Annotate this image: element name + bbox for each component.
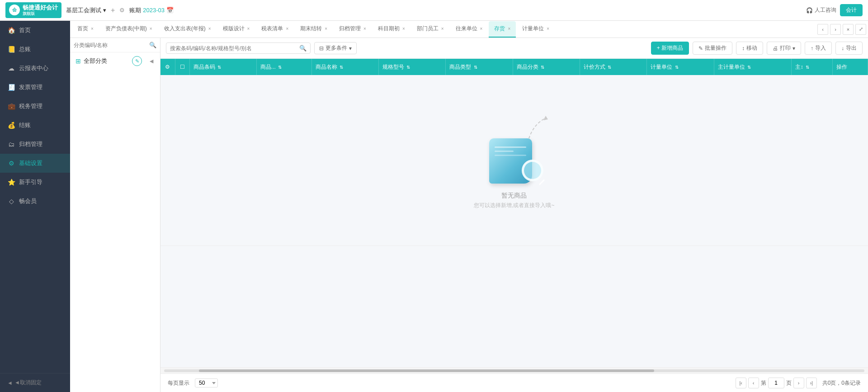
tab-close-income[interactable]: × — [208, 26, 211, 31]
tab-prev-btn[interactable]: ‹ — [817, 24, 828, 35]
col-name[interactable]: 商品名称 ⇅ — [311, 59, 378, 75]
category-all-checkbox[interactable]: ⊞ — [75, 57, 81, 65]
tab-close-template[interactable]: × — [247, 26, 250, 31]
category-edit-btn[interactable]: ✎ — [132, 56, 142, 66]
company-dropdown-icon[interactable]: ▾ — [103, 7, 106, 14]
close-account-icon: 💰 — [7, 122, 15, 129]
sort-type-icon[interactable]: ⇅ — [474, 65, 477, 70]
col-actions-label: 操作 — [836, 64, 847, 70]
company-selector[interactable]: 基层工会测试 ▾ — [66, 6, 106, 14]
role-button[interactable]: 会计 — [840, 4, 863, 16]
next-page-btn[interactable]: › — [793, 378, 804, 388]
tab-close-dept[interactable]: × — [441, 26, 444, 31]
batch-op-btn[interactable]: ✎ 批量操作 — [693, 42, 732, 55]
settings-icon[interactable]: ⚙ — [119, 7, 125, 14]
filter-more-btn[interactable]: ⊟ 更多条件 ▾ — [314, 42, 357, 54]
sort-category-icon[interactable]: ⇅ — [541, 65, 544, 70]
col-misc[interactable]: 主↕ ⇅ — [791, 59, 833, 75]
first-page-btn[interactable]: |‹ — [736, 378, 746, 388]
move-btn[interactable]: ↕ 移动 — [736, 42, 763, 55]
import-btn[interactable]: ↑ 导入 — [805, 42, 832, 55]
tab-dept[interactable]: 部门员工 × — [411, 21, 449, 38]
print-btn[interactable]: 🖨 打印 ▾ — [767, 42, 801, 55]
sort-price-icon[interactable]: ⇅ — [608, 65, 611, 70]
sidebar-item-tax[interactable]: 💼 税务管理 — [0, 97, 70, 116]
category-search-icon[interactable]: 🔍 — [149, 42, 156, 48]
sort-code-icon[interactable]: ⇅ — [278, 65, 282, 70]
tab-contacts[interactable]: 往来单位 × — [450, 21, 488, 38]
main-search-icon[interactable]: 🔍 — [299, 45, 307, 52]
period-info: 账期 2023-03 📅 — [129, 6, 174, 14]
tab-close-tax[interactable]: × — [286, 26, 288, 31]
tab-close-subject[interactable]: × — [402, 26, 405, 31]
tab-archive[interactable]: 归档管理 × — [334, 21, 372, 38]
calendar-icon[interactable]: 📅 — [166, 7, 174, 14]
sidebar-item-ledger[interactable]: 📒 总账 — [0, 40, 70, 59]
sidebar-item-close[interactable]: 💰 结账 — [0, 116, 70, 135]
tab-subject[interactable]: 科目期初 × — [373, 21, 410, 38]
col-checkbox[interactable]: ☐ — [175, 59, 189, 75]
sidebar-item-settings[interactable]: ⚙ 基础设置 — [0, 154, 70, 173]
sort-misc-icon[interactable]: ⇅ — [806, 65, 809, 70]
tab-unit[interactable]: 计量单位 × — [517, 21, 555, 38]
col-category[interactable]: 商品分类 ⇅ — [513, 59, 580, 75]
service-button[interactable]: 🎧 人工咨询 — [806, 6, 836, 14]
tab-close-home[interactable]: × — [91, 26, 94, 31]
page-size-label: 每页显示 — [168, 379, 189, 387]
col-type[interactable]: 商品类型 ⇅ — [446, 59, 513, 75]
col-code[interactable]: 商品... ⇅ — [256, 59, 311, 75]
tab-income[interactable]: 收入支出表(年报) × — [159, 21, 217, 38]
col-spec[interactable]: 规格型号 ⇅ — [379, 59, 446, 75]
sort-unit-icon[interactable]: ⇅ — [675, 65, 679, 70]
tab-close-balance[interactable]: × — [150, 26, 152, 31]
tab-close-period[interactable]: × — [325, 26, 327, 31]
col-unit[interactable]: 计量单位 ⇅ — [647, 59, 714, 75]
tab-period[interactable]: 期末结转 × — [295, 21, 333, 38]
horizontal-scrollbar[interactable] — [160, 367, 868, 373]
scrollbar-thumb[interactable] — [199, 369, 654, 372]
export-btn[interactable]: ↓ 导出 — [835, 42, 863, 55]
page-number-input[interactable] — [768, 378, 784, 388]
tab-close-archive[interactable]: × — [363, 26, 366, 31]
tab-close-contacts[interactable]: × — [480, 26, 483, 31]
main-search-input[interactable] — [170, 45, 297, 52]
sidebar-item-archive[interactable]: 🗂 归档管理 — [0, 135, 70, 154]
sidebar-item-home[interactable]: 🏠 首页 — [0, 21, 70, 40]
tab-home[interactable]: 首页 × — [72, 21, 99, 38]
col-barcode[interactable]: 商品条码 ⇅ — [189, 59, 256, 75]
tab-next-btn[interactable]: › — [830, 24, 841, 35]
member-icon: ◇ — [7, 198, 15, 205]
category-search-input[interactable] — [74, 42, 147, 48]
sidebar-label-close: 结账 — [19, 121, 31, 129]
tab-close-unit[interactable]: × — [547, 26, 549, 31]
tab-close-inventory[interactable]: × — [508, 26, 510, 31]
panel-collapse-btn[interactable]: ◄ — [148, 57, 155, 65]
new-product-btn[interactable]: + 新增商品 — [651, 42, 689, 55]
tab-expand-btn[interactable]: ⤢ — [855, 24, 866, 35]
empty-title: 暂无商品 — [501, 192, 527, 200]
col-price-method[interactable]: 计价方式 ⇅ — [580, 59, 647, 75]
sort-main-unit-icon[interactable]: ⇅ — [747, 65, 751, 70]
sort-spec-icon[interactable]: ⇅ — [406, 65, 410, 70]
tab-tax[interactable]: 税表清单 × — [256, 21, 294, 38]
tab-balance[interactable]: 资产负债表(中期) × — [100, 21, 158, 38]
sort-barcode-icon[interactable]: ⇅ — [217, 65, 221, 70]
empty-desc: 您可以选择新增,或者直接导入哦~ — [474, 202, 554, 209]
tab-inventory[interactable]: 存货 × — [489, 21, 516, 38]
sidebar-item-guide[interactable]: ⭐ 新手引导 — [0, 173, 70, 192]
category-header[interactable]: ⊞ 全部分类 ✎ ◄ — [70, 52, 160, 70]
tab-template[interactable]: 模版设计 × — [217, 21, 255, 38]
sidebar-item-member[interactable]: ◇ 畅会员 — [0, 192, 70, 211]
page-size-dropdown[interactable]: 50 100 200 — [195, 378, 218, 387]
prev-page-btn[interactable]: ‹ — [748, 378, 759, 388]
sidebar-item-reports[interactable]: ☁ 云报表中心 — [0, 59, 70, 78]
tab-close-all-btn[interactable]: × — [843, 24, 854, 35]
page-size-select[interactable]: 50 100 200 — [195, 378, 218, 387]
sidebar-item-invoice[interactable]: 🧾 发票管理 — [0, 78, 70, 97]
last-page-btn[interactable]: ›| — [806, 378, 817, 388]
sort-name-icon[interactable]: ⇅ — [340, 65, 343, 70]
col-main-unit[interactable]: 主计量单位 ⇅ — [714, 59, 791, 75]
sidebar-collapse-btn[interactable]: ◄ ◄取消固定 — [0, 373, 70, 392]
add-tab-btn[interactable]: + — [111, 6, 115, 14]
col-settings[interactable]: ⚙ — [160, 59, 175, 75]
